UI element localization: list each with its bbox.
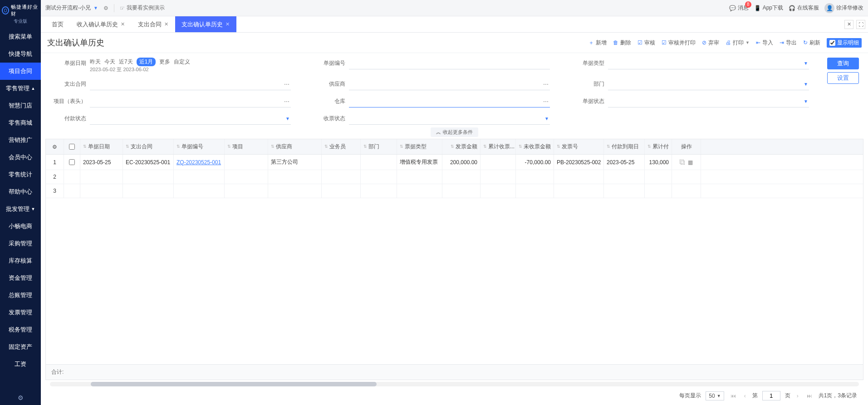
ellipsis-icon[interactable]: ⋯: [543, 81, 549, 88]
row-qr-icon[interactable]: ▦: [688, 159, 693, 166]
tab-expense-contract[interactable]: 支出合同✕: [132, 16, 175, 32]
project-settings-icon[interactable]: ⚙: [103, 5, 108, 11]
prev-page-button[interactable]: ‹: [742, 393, 748, 399]
filter-contract-select[interactable]: ⋯: [90, 78, 291, 90]
col-invamt[interactable]: ⇅发票金额: [442, 139, 481, 154]
table-row[interactable]: 1 2023-05-25 EC-20230525-001 ZQ-20230525…: [46, 155, 863, 170]
show-detail-checkbox[interactable]: [829, 40, 835, 46]
col-unrec[interactable]: ⇅未收票金额: [516, 139, 554, 154]
horizontal-scrollbar[interactable]: [50, 382, 859, 386]
date-opt-1m[interactable]: 近1月: [137, 58, 156, 66]
table-row[interactable]: 2: [46, 170, 863, 184]
col-date[interactable]: ⇅单据日期: [80, 139, 123, 154]
sidebar-item-salary[interactable]: 工资: [0, 356, 41, 373]
export-button[interactable]: ⇥导出: [780, 39, 797, 47]
audit-button[interactable]: ☑审核: [638, 39, 655, 47]
sidebar-item-fixed-assets[interactable]: 固定资产: [0, 338, 41, 356]
col-dept[interactable]: ⇅部门: [361, 139, 397, 154]
filter-docno-input[interactable]: [349, 58, 550, 69]
filter-invstatus-select[interactable]: ▼: [349, 113, 550, 125]
col-sales[interactable]: ⇅业务员: [322, 139, 361, 154]
date-opt-yesterday[interactable]: 昨天: [90, 58, 101, 66]
sidebar-item-smart-store[interactable]: 智慧门店: [0, 97, 41, 114]
collapse-filters-button[interactable]: ︽收起更多条件: [431, 127, 478, 137]
sidebar-item-retail-mall[interactable]: 零售商城: [0, 114, 41, 132]
sidebar-item-help[interactable]: 帮助中心: [0, 183, 41, 200]
sidebar-settings[interactable]: ⚙: [0, 390, 41, 405]
settings-button[interactable]: 设置: [827, 72, 859, 84]
tab-home[interactable]: 首页: [45, 16, 70, 32]
close-icon[interactable]: ✕: [121, 21, 125, 27]
support-button[interactable]: 🎧 在线客服: [789, 4, 819, 12]
date-opt-custom[interactable]: 自定义: [174, 58, 190, 66]
refresh-button[interactable]: ↻刷新: [803, 39, 820, 47]
filter-docstatus-select[interactable]: ▼: [608, 96, 809, 107]
sidebar-item-quicknav[interactable]: 快捷导航: [0, 45, 41, 63]
show-detail-toggle[interactable]: 显示明细: [827, 38, 862, 48]
sidebar-item-funds[interactable]: 资金管理: [0, 269, 41, 287]
filter-dept-select[interactable]: ▼: [608, 78, 809, 90]
close-all-tabs-button[interactable]: ✕: [844, 20, 853, 29]
scrollbar-thumb[interactable]: [91, 382, 377, 386]
tab-expense-confirm-history[interactable]: 支出确认单历史✕: [175, 16, 236, 32]
user-menu[interactable]: 👤 徐泽华修改: [824, 3, 863, 13]
col-gear[interactable]: ⚙: [46, 139, 64, 154]
fullscreen-button[interactable]: ⛶: [856, 20, 865, 29]
sidebar-item-inventory[interactable]: 库存核算: [0, 252, 41, 269]
docno-link[interactable]: ZQ-20230525-001: [177, 159, 221, 166]
project-selector[interactable]: 测试分开流程-小兄 ▼: [45, 4, 98, 12]
col-cumpay[interactable]: ⇅累计付: [645, 139, 672, 154]
sidebar-item-retail-stats[interactable]: 零售统计: [0, 166, 41, 183]
ellipsis-icon[interactable]: ⋯: [543, 98, 549, 105]
col-cuminv[interactable]: ⇅累计收票...: [481, 139, 516, 154]
ellipsis-icon[interactable]: ⋯: [284, 98, 290, 105]
sidebar-item-purchase[interactable]: 采购管理: [0, 235, 41, 252]
col-select-all[interactable]: [64, 139, 80, 154]
row-copy-icon[interactable]: ⿻: [680, 159, 685, 166]
sidebar-item-marketing[interactable]: 营销推广: [0, 132, 41, 149]
sidebar-item-ecommerce[interactable]: 小畅电商: [0, 218, 41, 235]
date-opt-7d[interactable]: 近7天: [119, 58, 133, 66]
col-invno[interactable]: ⇅发票号: [554, 139, 604, 154]
col-project[interactable]: ⇅项目: [225, 139, 268, 154]
row-checkbox[interactable]: [69, 159, 75, 165]
filter-paystatus-select[interactable]: ▼: [90, 113, 291, 125]
next-page-button[interactable]: ›: [795, 393, 800, 399]
sidebar-item-retail[interactable]: 零售管理▲: [0, 80, 41, 97]
demo-link[interactable]: ☞ 我要看实例演示: [120, 4, 165, 12]
add-button[interactable]: ＋新增: [588, 39, 607, 47]
first-page-button[interactable]: ⏮: [729, 393, 738, 399]
sidebar-item-wholesale[interactable]: 批发管理▼: [0, 200, 41, 218]
query-button[interactable]: 查询: [827, 58, 859, 69]
ellipsis-icon[interactable]: ⋯: [284, 81, 290, 88]
print-button[interactable]: 🖨打印▼: [726, 39, 750, 47]
table-row[interactable]: 3: [46, 184, 863, 198]
col-docno[interactable]: ⇅单据编号: [174, 139, 225, 154]
col-paydue[interactable]: ⇅付款到期日: [604, 139, 645, 154]
col-contract[interactable]: ⇅支出合同: [123, 139, 174, 154]
tab-income-history[interactable]: 收入确认单历史✕: [70, 16, 132, 32]
sidebar-item-project-contract[interactable]: 项目合同: [0, 63, 41, 80]
filter-doctype-select[interactable]: ▼: [608, 58, 809, 69]
sidebar-item-member[interactable]: 会员中心: [0, 149, 41, 166]
date-opt-more[interactable]: 更多: [159, 58, 170, 66]
app-download-button[interactable]: 📱 App下载: [754, 4, 783, 12]
messages-button[interactable]: 💬 消息 8: [729, 4, 749, 12]
audit-print-button[interactable]: ☑审核并打印: [662, 39, 696, 47]
page-input[interactable]: [762, 391, 780, 400]
col-supplier[interactable]: ⇅供应商: [268, 139, 322, 154]
close-icon[interactable]: ✕: [164, 21, 168, 27]
date-opt-today[interactable]: 今天: [104, 58, 115, 66]
select-all-checkbox[interactable]: [69, 144, 75, 150]
col-invtype[interactable]: ⇅票据类型: [397, 139, 442, 154]
sidebar-item-tax[interactable]: 税务管理: [0, 321, 41, 338]
close-icon[interactable]: ✕: [226, 21, 230, 27]
filter-project-select[interactable]: ⋯: [90, 96, 291, 107]
sidebar-item-invoice[interactable]: 发票管理: [0, 304, 41, 321]
discard-button[interactable]: ⊘弃审: [702, 39, 719, 47]
last-page-button[interactable]: ⏭: [805, 393, 814, 399]
sidebar-item-search[interactable]: 搜索菜单: [0, 28, 41, 45]
filter-supplier-select[interactable]: ⋯: [349, 78, 550, 90]
filter-warehouse-select[interactable]: ⋯: [349, 96, 550, 107]
sidebar-item-ledger[interactable]: 总账管理: [0, 287, 41, 304]
